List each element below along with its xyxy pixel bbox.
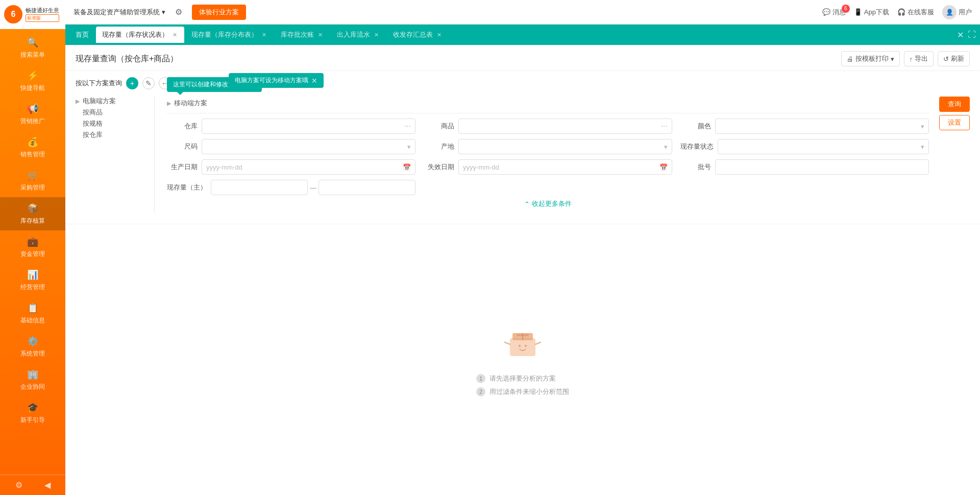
expiry-date-input[interactable]: yyyy-mm-dd 📅 bbox=[458, 159, 672, 175]
finance-icon: 💼 bbox=[27, 235, 39, 248]
add-scheme-button[interactable]: + bbox=[126, 77, 138, 89]
template-print-button[interactable]: 🖨 按模板打印 ▾ bbox=[841, 51, 900, 66]
scheme-arrow-icon: ▶ bbox=[76, 98, 80, 105]
stock-main-min-input[interactable] bbox=[211, 180, 308, 195]
plan-button[interactable]: 体验行业方案 bbox=[192, 5, 246, 20]
online-support-action[interactable]: 🎧 在线客服 bbox=[897, 8, 934, 17]
tab-in-out-flow[interactable]: 出入库流水 ✕ bbox=[331, 27, 386, 43]
empty-hint-1: 1 请先选择要分析的方案 bbox=[476, 374, 569, 383]
online-support-label: 在线客服 bbox=[908, 8, 934, 17]
tab-close-in-out-flow[interactable]: ✕ bbox=[373, 32, 380, 38]
scheme-by-warehouse[interactable]: 按仓库 bbox=[83, 129, 142, 140]
settings-icon[interactable]: ⚙ bbox=[15, 480, 22, 490]
tab-close-all-icon[interactable]: ✕ bbox=[957, 30, 964, 40]
svg-line-6 bbox=[505, 342, 510, 344]
system-name: 装备及固定资产辅助管理系统 bbox=[74, 8, 160, 17]
sidebar-item-newbie[interactable]: 🎓 新手引导 bbox=[0, 396, 65, 430]
inventory-icon: 📦 bbox=[27, 202, 39, 215]
product-dots[interactable]: ··· bbox=[661, 122, 668, 131]
scheme-tooltip-close[interactable]: ✕ bbox=[311, 77, 317, 85]
stock-main-max-input[interactable] bbox=[318, 180, 415, 195]
scheme-tooltip: 电脑方案可设为移动方案哦 ✕ bbox=[229, 73, 324, 88]
sidebar-item-basic[interactable]: 📋 基础信息 bbox=[0, 297, 65, 330]
search-button[interactable]: 查询 bbox=[939, 97, 970, 112]
stock-status-label: 现存量状态 bbox=[680, 142, 714, 151]
calendar-icon[interactable]: 📅 bbox=[403, 163, 411, 171]
sidebar-item-label: 库存核算 bbox=[20, 217, 45, 225]
scheme-by-spec-label: 按规格 bbox=[83, 119, 103, 128]
collapse-more-button[interactable]: ⌃ 收起更多条件 bbox=[167, 195, 929, 213]
sidebar-item-search[interactable]: 🔍 搜索菜单 bbox=[0, 31, 65, 64]
mobile-scheme-header[interactable]: ▶ 移动端方案 bbox=[167, 98, 929, 109]
print-dropdown-icon: ▾ bbox=[891, 55, 894, 63]
origin-label: 产地 bbox=[424, 142, 454, 151]
top-header: 装备及固定资产辅助管理系统 ▾ ⚙ 体验行业方案 💬 6 消息 📱 App下载 … bbox=[65, 0, 980, 25]
expiry-calendar-icon[interactable]: 📅 bbox=[659, 163, 668, 171]
expiry-date-label: 失效日期 bbox=[424, 162, 454, 172]
tab-receive-summary[interactable]: 收发存汇总表 ✕ bbox=[387, 27, 449, 43]
sidebar-item-quick-nav[interactable]: ⚡ 快捷导航 bbox=[0, 64, 65, 98]
production-date-input[interactable]: yyyy-mm-dd 📅 bbox=[202, 159, 415, 175]
collapse-sidebar-icon[interactable]: ◀ bbox=[44, 480, 51, 490]
edit-scheme-button[interactable]: ✎ bbox=[142, 77, 155, 89]
page-title: 现存量查询（按仓库+商品） bbox=[76, 54, 178, 64]
system-name-dropdown[interactable]: 装备及固定资产辅助管理系统 ▾ bbox=[74, 8, 165, 17]
user-action[interactable]: 👤 用户 bbox=[942, 5, 972, 19]
sidebar-item-finance[interactable]: 💼 资金管理 bbox=[0, 230, 65, 264]
tab-receive-summary-label: 收发存汇总表 bbox=[393, 30, 433, 39]
sidebar-item-purchase[interactable]: 🛒 采购管理 bbox=[0, 164, 65, 197]
tab-batch-ledger-label: 库存批次账 bbox=[281, 30, 314, 39]
filter-row-stock-main: 现存量（主） — bbox=[167, 180, 415, 195]
export-button[interactable]: ↑ 导出 bbox=[904, 51, 934, 66]
tab-home[interactable]: 首页 bbox=[69, 27, 95, 43]
template-print-label: 按模板打印 bbox=[855, 54, 889, 63]
empty-hint-2: 2 用过滤条件来缩小分析范围 bbox=[476, 387, 569, 396]
tab-close-inventory-dist[interactable]: ✕ bbox=[261, 32, 267, 38]
production-date-label: 生产日期 bbox=[167, 162, 198, 172]
warehouse-select[interactable]: ··· bbox=[202, 119, 415, 134]
settings-gear-button[interactable]: ⚙ bbox=[172, 5, 186, 19]
sidebar-item-sales[interactable]: 💰 销售管理 bbox=[0, 131, 65, 164]
tab-close-inventory-status[interactable]: ✕ bbox=[172, 32, 178, 38]
refresh-button[interactable]: ↺ 刷新 bbox=[938, 51, 970, 66]
sidebar-item-label: 搜索菜单 bbox=[20, 51, 45, 59]
empty-num-1: 1 bbox=[476, 374, 485, 383]
desktop-scheme-header[interactable]: ▶ 电脑端方案 bbox=[76, 96, 142, 107]
sidebar-item-label: 快捷导航 bbox=[20, 84, 45, 92]
tab-inventory-status[interactable]: 现存量（库存状况表） ✕ bbox=[96, 27, 184, 43]
tab-close-batch-ledger[interactable]: ✕ bbox=[317, 32, 324, 38]
sidebar-item-marketing[interactable]: 📢 营销推广 bbox=[0, 98, 65, 131]
scheme-by-spec[interactable]: 按规格 bbox=[83, 118, 142, 129]
color-select[interactable]: ▾ bbox=[715, 119, 929, 134]
tab-batch-ledger[interactable]: 库存批次账 ✕ bbox=[275, 27, 330, 43]
warehouse-dots[interactable]: ··· bbox=[404, 122, 411, 131]
reset-button[interactable]: 设置 bbox=[939, 115, 970, 130]
tab-inventory-dist[interactable]: 现存量（库存分布表） ✕ bbox=[185, 27, 274, 43]
size-label: 尺码 bbox=[167, 142, 198, 151]
size-select[interactable]: ▾ bbox=[202, 139, 415, 154]
tab-close-receive-summary[interactable]: ✕ bbox=[436, 32, 443, 38]
message-action[interactable]: 💬 6 消息 bbox=[822, 8, 846, 17]
batch-input[interactable] bbox=[715, 159, 929, 175]
scheme-divider bbox=[154, 96, 155, 213]
scheme-tooltip-text: 电脑方案可设为移动方案哦 bbox=[235, 76, 308, 85]
filter-row-product: 商品 ··· bbox=[424, 119, 672, 134]
app-download-action[interactable]: 📱 App下载 bbox=[854, 8, 889, 17]
sidebar-item-system[interactable]: ⚙️ 系统管理 bbox=[0, 330, 65, 363]
main-content: 装备及固定资产辅助管理系统 ▾ ⚙ 体验行业方案 💬 6 消息 📱 App下载 … bbox=[65, 0, 980, 495]
sidebar-item-enterprise[interactable]: 🏢 企业协同 bbox=[0, 363, 65, 396]
origin-select[interactable]: ▾ bbox=[458, 139, 672, 154]
refresh-icon: ↺ bbox=[943, 55, 949, 63]
product-select[interactable]: ··· bbox=[458, 119, 672, 134]
sidebar-item-operation[interactable]: 📊 经营管理 bbox=[0, 264, 65, 297]
stock-status-select[interactable]: ▾ bbox=[718, 139, 929, 154]
svg-line-7 bbox=[535, 342, 541, 344]
message-icon: 💬 bbox=[822, 8, 830, 16]
header-actions: 💬 6 消息 📱 App下载 🎧 在线客服 👤 用户 bbox=[822, 5, 972, 19]
message-badge: 6 bbox=[842, 5, 850, 13]
range-dash: — bbox=[310, 184, 316, 192]
tab-fullscreen-icon[interactable]: ⛶ bbox=[968, 30, 976, 40]
scheme-by-product[interactable]: 按商品 bbox=[83, 107, 142, 118]
empty-hint-1-text: 请先选择要分析的方案 bbox=[489, 374, 556, 383]
sidebar-item-inventory[interactable]: 📦 库存核算 bbox=[0, 197, 65, 230]
